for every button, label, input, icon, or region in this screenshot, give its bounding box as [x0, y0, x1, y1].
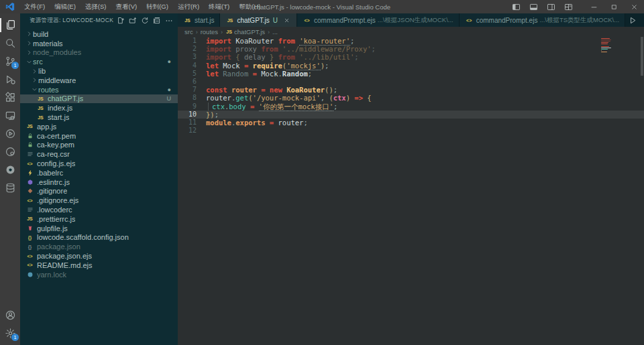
menu-item-5[interactable]: 运行(R) [173, 0, 204, 13]
code-line-3[interactable]: 3import { delay } from '../lib/util'; [178, 53, 644, 61]
file-app.js[interactable]: JSapp.js [20, 122, 178, 131]
tree-item-label: .eslintrc.js [37, 178, 70, 186]
folder-lib[interactable]: lib [20, 66, 178, 76]
code-editor[interactable]: 1import KoaRouter from 'koa-router';2imp… [178, 37, 644, 345]
tab-commandPrompt.ejs-3[interactable]: <>commandPrompt.ejs...\根据TS类型生成MOCK\... [460, 13, 625, 27]
tab-start.js-0[interactable]: JSstart.js [178, 13, 220, 27]
extension-target-icon[interactable] [0, 161, 20, 179]
layout-icons [507, 0, 577, 13]
folder-src[interactable]: src● [20, 57, 178, 66]
menu-item-2[interactable]: 选择(S) [80, 0, 111, 13]
ejs-file-icon: <> [25, 254, 34, 259]
run-icon[interactable] [625, 13, 640, 27]
code-line-4[interactable]: 4let Mock = require('mockjs'); [178, 62, 644, 70]
open-changes-icon[interactable] [640, 13, 644, 27]
minimap[interactable] [601, 38, 612, 54]
toggle-secondary-sidebar-icon[interactable] [542, 0, 559, 13]
code-line-9[interactable]: 9ctx.body = '你的第一个mock接口'; [178, 102, 644, 111]
explorer-icon[interactable] [0, 16, 20, 34]
close-button[interactable] [624, 0, 644, 13]
code-line-11[interactable]: 11module.exports = router; [178, 119, 644, 127]
account-icon[interactable] [0, 306, 20, 324]
tab-label: start.js [195, 17, 214, 24]
extension-database-icon[interactable] [0, 179, 20, 197]
new-file-icon[interactable] [115, 15, 127, 27]
file-ca-key.pem[interactable]: ca-key.pem [20, 141, 178, 150]
ejs-file-icon: <> [25, 198, 34, 203]
breadcrumb-item-chatGPT.js[interactable]: JSchatGPT.js [225, 28, 265, 36]
code-line-6[interactable]: 6 [178, 78, 644, 86]
minimize-button[interactable] [584, 0, 604, 13]
code-line-7[interactable]: 7const router = new KoaRouter(); [178, 86, 644, 94]
menu-item-0[interactable]: 文件(F) [19, 0, 50, 13]
extensions-icon[interactable] [0, 88, 20, 107]
git-file-icon [25, 188, 34, 194]
file-chatGPT.js[interactable]: JSchatGPT.jsU [20, 94, 178, 104]
code-line-2[interactable]: 2import proxy from '../middleware/Proxy'… [178, 45, 644, 53]
file-ca-cert.pem[interactable]: ca-cert.pem [20, 131, 178, 141]
folder-nodemodules[interactable]: node_modules [20, 48, 178, 58]
customize-layout-icon[interactable] [559, 0, 577, 13]
file-lowcode.scaffold.config.json[interactable]: {}lowcode.scaffold.config.json [20, 233, 178, 243]
source-control-icon[interactable]: 1 [0, 52, 20, 70]
toggle-panel-icon[interactable] [525, 0, 542, 13]
breadcrumb-item-src[interactable]: src [184, 28, 193, 36]
tab-chatGPT.js-1[interactable]: JSchatGPT.jsU [220, 13, 297, 27]
file-config.js.ejs[interactable]: <>config.js.ejs [20, 159, 178, 168]
more-icon[interactable] [163, 15, 175, 27]
menu-item-6[interactable]: 终端(T) [204, 0, 234, 13]
js-file-icon: JS [25, 216, 34, 221]
folder-routes[interactable]: routes● [20, 85, 178, 94]
run-debug-icon[interactable] [0, 70, 20, 88]
maximize-button[interactable] [604, 0, 624, 13]
extension-circle-play-icon[interactable] [0, 125, 20, 143]
tab-commandPrompt.ejs-2[interactable]: <>commandPrompt.ejs...\根据JSON生成MOCK\... [297, 13, 460, 27]
file-package.json.ejs[interactable]: <>package.json.ejs [20, 251, 178, 261]
line-number: 6 [178, 78, 199, 86]
file-.eslintrc.js[interactable]: .eslintrc.js [20, 178, 178, 187]
file-.gitignore.ejs[interactable]: <>.gitignore.ejs [20, 196, 178, 205]
code-line-12[interactable]: 12 [178, 127, 644, 135]
folder-middleware[interactable]: middleware [20, 76, 178, 85]
code-line-1[interactable]: 1import KoaRouter from 'koa-router'; [178, 37, 644, 45]
close-icon[interactable] [282, 15, 291, 25]
settings-icon[interactable]: 1 [0, 324, 20, 342]
file-yarn.lock[interactable]: yarn.lock [20, 270, 178, 279]
file-ca-req.csr[interactable]: ca-req.csr [20, 149, 178, 159]
menu-item-4[interactable]: 转到(G) [142, 0, 173, 13]
menu-item-7[interactable]: 帮助(H) [234, 0, 265, 13]
file-package.json[interactable]: {}package.json [20, 242, 178, 251]
git-status-badge: ● [168, 86, 178, 93]
toggle-sidebar-icon[interactable] [507, 0, 525, 13]
menu-item-3[interactable]: 查看(V) [111, 0, 142, 13]
extension-circle-gear-icon[interactable] [0, 143, 20, 161]
search-icon[interactable] [0, 34, 20, 52]
folder-materials[interactable]: materials [20, 39, 178, 48]
tab-git-status: U [273, 17, 278, 24]
refresh-icon[interactable] [139, 15, 151, 27]
file-.lowcoderc[interactable]: .lowcoderc [20, 205, 178, 214]
breadcrumb-item-routes[interactable]: routes [201, 28, 218, 36]
file-start.js[interactable]: JSstart.js [20, 113, 178, 122]
file-.gitignore[interactable]: .gitignore [20, 187, 178, 196]
tree-item-label: .prettierrc.js [37, 215, 75, 223]
js-file-icon: JS [36, 115, 45, 120]
code-line-10[interactable]: 10}); [178, 111, 644, 119]
file-README.md.ejs[interactable]: <>README.md.ejs [20, 261, 178, 270]
file-.babelrc[interactable]: .babelrc [20, 168, 178, 178]
editor-scrollbar[interactable] [641, 37, 643, 76]
remote-explorer-icon[interactable] [0, 107, 20, 125]
breadcrumb-item-...[interactable]: ... [272, 28, 278, 36]
code-text: }); [199, 111, 219, 119]
code-line-5[interactable]: 5let Random = Mock.Random; [178, 70, 644, 78]
code-line-8[interactable]: 8router.get('/your-mock-api', (ctx) => { [178, 94, 644, 102]
new-folder-icon[interactable] [127, 15, 139, 27]
file-gulpfile.js[interactable]: gulpfile.js [20, 224, 178, 233]
menu-item-1[interactable]: 编辑(E) [50, 0, 80, 13]
file-.prettierrc.js[interactable]: JS.prettierrc.js [20, 214, 178, 224]
folder-build[interactable]: build [20, 29, 178, 39]
ejs-file-icon: <> [25, 263, 34, 267]
collapse-all-icon[interactable] [151, 15, 163, 27]
file-index.js[interactable]: JSindex.js [20, 103, 178, 113]
code-text: module.exports = router; [199, 119, 308, 127]
